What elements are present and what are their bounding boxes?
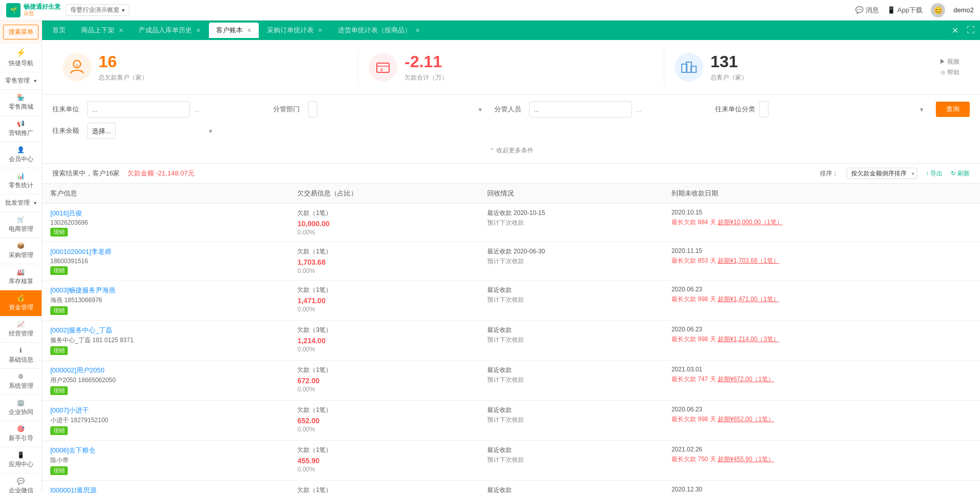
stat-card-debt-customers: ¥ 16 总欠款客户（家）: [52, 48, 358, 86]
sidebar-item-basic-info[interactable]: ℹ 基础信息: [0, 343, 42, 369]
debt-amount[interactable]: 1,471.00: [297, 297, 471, 305]
debt-customers-label: 总欠款客户（家）: [99, 73, 148, 82]
debt-amount[interactable]: 672.00: [297, 377, 471, 385]
customer-name-link[interactable]: [0002]服务中心_丁磊: [50, 326, 281, 335]
page-content: ¥ 16 总欠款客户（家） ¥ -2.11 欠款合计（万）: [42, 40, 980, 493]
next-collection: 预计下次收款: [487, 416, 655, 424]
tab-purchase-order-stats[interactable]: 采购订单统计表 ✕: [260, 23, 330, 38]
message-btn[interactable]: 💬 消息: [855, 6, 879, 15]
balance-select[interactable]: 选择...: [87, 123, 116, 139]
customer-tag: 现销: [50, 228, 68, 236]
sidebar-item-ops[interactable]: 📈 经营管理: [0, 317, 42, 343]
tab-purchase-stats-product[interactable]: 进货单统计表（按商品） ✕: [331, 23, 427, 38]
debt-customers-value: 16: [99, 52, 148, 71]
logo-text: 畅捷通好生意 示范: [24, 3, 61, 16]
customer-name-link[interactable]: [0007]小进干: [50, 406, 281, 415]
tab-customer-account[interactable]: 客户账本 ✕: [209, 23, 259, 38]
sidebar-item-inventory[interactable]: 🏭 库存核算: [0, 264, 42, 290]
sidebar-item-marketing[interactable]: 📢 营销推广: [0, 116, 42, 142]
purchase-icon: 📦: [17, 242, 25, 249]
debt-amount[interactable]: 1,703.68: [297, 258, 471, 266]
sidebar-item-system[interactable]: ⚙ 系统管理: [0, 369, 42, 395]
overdue-link[interactable]: 超期¥1,471.00（1笔）: [718, 295, 779, 303]
debt-amount[interactable]: 652.00: [297, 417, 471, 425]
filter-field-partner: 往来单位 ...: [52, 101, 265, 117]
customer-name-link[interactable]: [0016]吕俊: [50, 209, 281, 218]
video-btn[interactable]: ▶ 视频: [939, 57, 959, 66]
phone-icon: 📱: [887, 6, 895, 14]
sidebar-item-purchase[interactable]: 📦 采购管理: [0, 238, 42, 264]
customer-name-link[interactable]: [000002]用户2050: [50, 366, 281, 375]
person-input[interactable]: [529, 101, 632, 117]
debt-count: 欠款（3笔）: [297, 326, 471, 334]
tab-goods-online-offline[interactable]: 商品上下架 ✕: [74, 23, 130, 38]
person-dots[interactable]: ...: [636, 106, 642, 113]
close-tab-purchase-stats[interactable]: ✕: [415, 27, 420, 34]
debt-amount-text: 欠款金额 -21,148.07元: [127, 169, 195, 177]
dept-select[interactable]: [308, 101, 317, 117]
sidebar-item-retail-stats[interactable]: 📊 零售统计: [0, 168, 42, 194]
search-btn[interactable]: 查询: [936, 102, 970, 117]
overdue-link[interactable]: 超期¥10,000.00（1笔）: [718, 219, 783, 226]
partner-input[interactable]: [87, 101, 190, 117]
partner-dots[interactable]: ...: [194, 106, 200, 113]
sidebar-item-enterprise[interactable]: 🏢 企业协同: [0, 395, 42, 421]
collapse-filter-btn[interactable]: ⌃ 收起更多条件: [52, 144, 970, 157]
customer-name-link[interactable]: [0006]去下粮仓: [50, 446, 281, 455]
sidebar-item-ecommerce[interactable]: 🛒 电商管理: [0, 212, 42, 238]
store-selector[interactable]: 母婴行业演示账套 ▾: [66, 4, 129, 16]
debt-amount[interactable]: 455.90: [297, 457, 471, 465]
debt-info-cell: 欠款（1笔） 1,703.68 0.00%: [289, 242, 479, 281]
sidebar-item-app-center[interactable]: 📱 应用中心: [0, 447, 42, 474]
close-tab-product[interactable]: ✕: [196, 27, 201, 34]
overdue-link[interactable]: 超期¥672.00（1笔）: [718, 376, 774, 383]
close-tab-purchase-order[interactable]: ✕: [318, 27, 322, 34]
tab-product-history[interactable]: 产成品入库单历史 ✕: [131, 23, 208, 38]
customer-name-link[interactable]: [000001]黄思源: [50, 486, 281, 493]
overdue-link[interactable]: 超期¥1,703.68（1笔）: [718, 257, 779, 264]
export-btn[interactable]: ↑ 导出: [926, 169, 943, 178]
debt-amount[interactable]: 1,214.00: [297, 337, 471, 345]
overdue-link[interactable]: 超期¥455.90（1笔）: [718, 456, 774, 463]
sidebar-item-capital[interactable]: 💰 资金管理: [0, 290, 42, 317]
search-menu-btn[interactable]: 搜索菜单: [3, 25, 39, 40]
due-date-cell: 2021.03.01 最长欠款 747 天 超期¥672.00（1笔）: [663, 361, 980, 401]
tab-actions: ✕ ⛶: [950, 25, 977, 36]
filter-field-balance: 往来余额 选择...: [52, 123, 217, 139]
app-download-btn[interactable]: 📱 App下载: [887, 6, 923, 15]
app-center-icon: 📱: [17, 451, 25, 459]
person-label: 分管人员: [494, 105, 525, 114]
refresh-btn[interactable]: ↻ 刷新: [951, 169, 970, 178]
help-btn[interactable]: ⊙ 帮助: [940, 68, 959, 77]
due-date: 2021.03.01: [671, 366, 972, 373]
close-tab-goods[interactable]: ✕: [119, 27, 123, 34]
next-collection: 预计下次收款: [487, 456, 655, 464]
user-name[interactable]: demo2: [953, 6, 974, 14]
close-tab-customer[interactable]: ✕: [247, 27, 252, 34]
overdue-info: 最长欠款 998 天 超期¥652.00（1笔）: [671, 415, 972, 424]
sidebar-item-batch-mgmt[interactable]: 批发管理 ▾: [0, 194, 42, 212]
capital-icon: 💰: [17, 294, 25, 302]
sidebar-item-retail-mgmt[interactable]: 零售管理 ▾: [0, 72, 42, 90]
debt-amount[interactable]: 10,000.00: [297, 220, 471, 228]
sidebar-item-wechat[interactable]: 💬 企业微信: [0, 474, 42, 493]
tab-home[interactable]: 首页: [45, 23, 73, 38]
due-date: 2020.06.23: [671, 286, 972, 293]
user-avatar[interactable]: 😊: [931, 3, 945, 17]
category-select[interactable]: [759, 101, 768, 117]
overdue-link[interactable]: 超期¥1,214.00（3笔）: [718, 336, 779, 343]
sort-select[interactable]: 按欠款金额倒序排序: [847, 168, 917, 179]
sidebar-item-retail-mall[interactable]: 🏪 零售商城: [0, 90, 42, 116]
stats-icon: 📊: [17, 172, 25, 180]
customer-name-link[interactable]: [0003]畅捷服务尹海燕: [50, 286, 281, 295]
customer-name-link[interactable]: [0001020001]李老师: [50, 247, 281, 257]
sidebar-item-quick-nav[interactable]: ⚡ 快捷导航: [0, 44, 42, 72]
close-all-tabs-btn[interactable]: ✕: [950, 25, 960, 36]
last-collection: 最近收款 2020-06-30: [487, 247, 655, 256]
debt-customers-icon: ¥: [63, 53, 91, 82]
fullscreen-btn[interactable]: ⛶: [965, 25, 977, 36]
sidebar-item-member[interactable]: 👤 会员中心: [0, 142, 42, 168]
overdue-link[interactable]: 超期¥652.00（1笔）: [718, 416, 774, 423]
sidebar-item-newbie[interactable]: 🎯 新手引导: [0, 421, 42, 447]
wechat-icon: 💬: [17, 478, 25, 485]
